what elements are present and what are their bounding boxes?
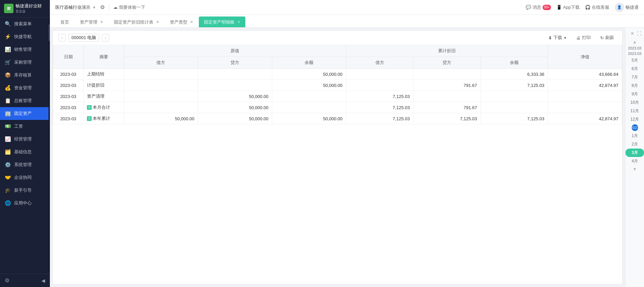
sidebar-label-basic: 基础信息 bbox=[14, 149, 32, 155]
download-button[interactable]: 📱 App下载 bbox=[556, 4, 580, 10]
download-label: App下载 bbox=[563, 4, 580, 10]
tab-home[interactable]: 首页 bbox=[55, 17, 74, 27]
ledger-icon: 📋 bbox=[5, 98, 11, 104]
tabbar: 首页 资产管理 ✕ 固定资产折旧统计表 ✕ 资产类型 ✕ 固定资产明细账 ✕ bbox=[50, 15, 644, 28]
username-label: 畅捷通 bbox=[625, 4, 639, 10]
tab-depreciation-stat[interactable]: 固定资产折旧统计表 ✕ bbox=[109, 17, 164, 27]
timeline-month-11[interactable]: 11月 bbox=[625, 107, 644, 115]
message-button[interactable]: 💬 消息 99+ bbox=[526, 4, 551, 10]
sidebar-label-ledger: 总账管理 bbox=[14, 98, 32, 104]
quicknav-icon: ⚡ bbox=[5, 34, 11, 40]
sidebar-collapse-icon[interactable]: ◀ bbox=[41, 278, 45, 283]
tab-assets-mgmt-label: 资产管理 bbox=[80, 19, 97, 25]
sidebar-item-search[interactable]: 🔍 搜索菜单 bbox=[0, 18, 50, 30]
print-icon: 🖨 bbox=[576, 35, 581, 40]
appstore-icon: 🌐 bbox=[5, 200, 11, 206]
timeline-month-8[interactable]: 8月 bbox=[625, 82, 644, 90]
panel-toolbar: ‹ 000001 电脑 › ⬇ 下载 ▼ 🖨 打印 ↻ 刷新 bbox=[53, 31, 622, 45]
timeline-down-arrow[interactable]: ▼ bbox=[632, 165, 638, 173]
experience-button[interactable]: ☁ 我要体验一下 bbox=[113, 4, 145, 10]
tab-asset-type-label: 资产类型 bbox=[170, 19, 187, 25]
company-selector[interactable]: 医疗器械行业演示 ▼ bbox=[55, 4, 96, 10]
tab-asset-type-close[interactable]: ✕ bbox=[190, 20, 193, 24]
sidebar-item-operation[interactable]: 📈 经营管理 bbox=[0, 133, 50, 146]
tab-depreciation-stat-close[interactable]: ✕ bbox=[156, 20, 159, 24]
timeline-up-arrow[interactable]: ▲ bbox=[632, 38, 638, 45]
topbar-settings-icon[interactable]: ⚙ bbox=[100, 4, 105, 10]
table-row: 2023-03资产清理50,000.007,125.03 bbox=[53, 91, 622, 102]
sidebar-item-purchase[interactable]: 🛒 采购管理 bbox=[0, 56, 50, 69]
tab-asset-detail[interactable]: 固定资产明细账 ✕ bbox=[199, 17, 245, 27]
timeline-close-button[interactable]: ✕ bbox=[630, 30, 635, 37]
sidebar-settings-icon[interactable]: ⚙ bbox=[5, 277, 9, 284]
user-profile[interactable]: 👤 畅捷通 bbox=[615, 3, 639, 12]
timeline-panel: ✕ ⛶ ▲ 2023.03 2023.03 5月 6月 7月 8月 9月 10月… bbox=[625, 28, 644, 287]
service-button[interactable]: 🎧 在线客服 bbox=[585, 4, 609, 10]
sidebar-label-quicknav: 快捷导航 bbox=[14, 34, 32, 40]
header-net-value: 净值 bbox=[548, 45, 622, 69]
sales-icon: 📊 bbox=[5, 46, 11, 53]
sidebar-item-ledger[interactable]: 📋 总账管理 bbox=[0, 94, 50, 107]
header-original-debit: 借方 bbox=[124, 57, 198, 69]
header-original-credit: 贷方 bbox=[198, 57, 272, 69]
sidebar-label-salary: 工资 bbox=[14, 123, 23, 129]
system-icon: ⚙️ bbox=[5, 162, 11, 168]
timeline-year-2023[interactable]: 2023 bbox=[632, 124, 638, 131]
timeline-month-5[interactable]: 5月 bbox=[625, 56, 644, 65]
refresh-icon: ↻ bbox=[600, 35, 604, 40]
tab-depreciation-stat-label: 固定资产折旧统计表 bbox=[114, 19, 153, 25]
print-button[interactable]: 🖨 打印 bbox=[574, 33, 593, 42]
sidebar-item-assets[interactable]: 🏢 固定资产 bbox=[0, 107, 50, 120]
topbar-right: 💬 消息 99+ 📱 App下载 🎧 在线客服 👤 畅捷通 bbox=[526, 3, 639, 12]
topbar: 医疗器械行业演示 ▼ ⚙ ☁ 我要体验一下 💬 消息 99+ 📱 App下载 🎧… bbox=[50, 0, 644, 15]
timeline-month-9[interactable]: 9月 bbox=[625, 90, 644, 98]
timeline-month-4[interactable]: 4月 bbox=[625, 157, 644, 165]
service-icon: 🎧 bbox=[585, 5, 590, 10]
table-row: 2023-03☰本年累计50,000.0050,000.0050,000.007… bbox=[53, 113, 622, 124]
header-summary: 摘要 bbox=[84, 45, 124, 69]
company-name: 医疗器械行业演示 bbox=[55, 4, 90, 10]
prev-asset-button[interactable]: ‹ bbox=[58, 34, 66, 41]
timeline-year-header-1: 2023.03 bbox=[628, 46, 642, 50]
next-asset-button[interactable]: › bbox=[102, 34, 109, 41]
sidebar-item-appstore[interactable]: 🌐 应用中心 bbox=[0, 197, 50, 210]
sidebar-label-purchase: 采购管理 bbox=[14, 59, 32, 65]
sidebar-item-salary[interactable]: 💵 工资 bbox=[0, 120, 50, 133]
timeline-month-1[interactable]: 1月 bbox=[625, 132, 644, 140]
tab-assets-mgmt-close[interactable]: ✕ bbox=[100, 20, 103, 24]
search-icon: 🔍 bbox=[5, 21, 11, 27]
sidebar-label-appstore: 应用中心 bbox=[14, 200, 32, 206]
sidebar-item-funds[interactable]: 💰 资金管理 bbox=[0, 82, 50, 94]
timeline-expand-button[interactable]: ⛶ bbox=[636, 30, 642, 37]
refresh-button[interactable]: ↻ 刷新 bbox=[597, 33, 617, 42]
timeline-month-3-active[interactable]: 3月 bbox=[625, 149, 644, 157]
purchase-icon: 🛒 bbox=[5, 59, 11, 65]
tab-assets-mgmt[interactable]: 资产管理 ✕ bbox=[75, 17, 108, 27]
sidebar-item-collab[interactable]: 🤝 企业协同 bbox=[0, 171, 50, 184]
download-button[interactable]: ⬇ 下载 ▼ bbox=[546, 33, 570, 42]
header-accum-balance: 余额 bbox=[481, 57, 548, 69]
header-accum-debit: 借方 bbox=[346, 57, 413, 69]
timeline-header: ✕ ⛶ bbox=[625, 29, 644, 38]
timeline-month-2[interactable]: 2月 bbox=[625, 140, 644, 149]
cloud-icon: ☁ bbox=[113, 5, 118, 10]
tab-asset-detail-close[interactable]: ✕ bbox=[237, 20, 240, 24]
refresh-label: 刷新 bbox=[605, 35, 614, 41]
sidebar-label-search: 搜索菜单 bbox=[14, 21, 32, 27]
timeline-month-7[interactable]: 7月 bbox=[625, 73, 644, 82]
sidebar-item-quicknav[interactable]: ⚡ 快捷导航 bbox=[0, 30, 50, 43]
sidebar-item-system[interactable]: ⚙️ 系统管理 bbox=[0, 158, 50, 171]
timeline-month-12[interactable]: 12月 bbox=[625, 115, 644, 124]
sidebar-item-basic[interactable]: 🗂️ 基础信息 bbox=[0, 146, 50, 158]
main-panel: ‹ 000001 电脑 › ⬇ 下载 ▼ 🖨 打印 ↻ 刷新 bbox=[53, 30, 622, 284]
timeline-month-6[interactable]: 6月 bbox=[625, 65, 644, 73]
sidebar-item-sales[interactable]: 📊 销售管理 bbox=[0, 43, 50, 56]
sidebar-item-guide[interactable]: 🎓 新手引导 bbox=[0, 184, 50, 197]
tab-asset-type[interactable]: 资产类型 ✕ bbox=[165, 17, 198, 27]
timeline-month-10[interactable]: 10月 bbox=[625, 98, 644, 107]
download-label: 下载 bbox=[553, 35, 562, 41]
sidebar-label-inventory: 库存核算 bbox=[14, 72, 32, 78]
asset-detail-table: 日期 摘要 原值 累计折旧 净值 借方 贷方 余额 借方 贷方 余额 bbox=[53, 45, 622, 124]
sidebar-item-inventory[interactable]: 📦 库存核算 bbox=[0, 69, 50, 82]
guide-icon: 🎓 bbox=[5, 187, 11, 193]
